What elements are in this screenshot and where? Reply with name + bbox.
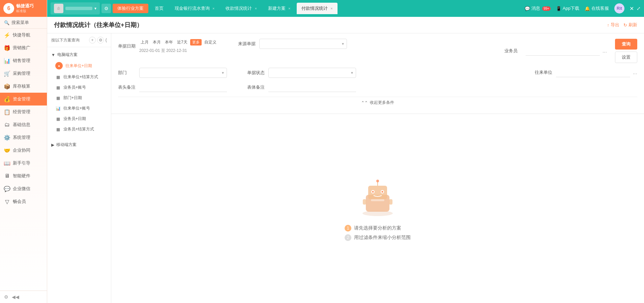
date-option-thisyear[interactable]: 本年 xyxy=(164,39,174,46)
refresh-button[interactable]: ↻ 刷新 xyxy=(623,22,637,28)
chevron-up-icon: ⌃⌃ xyxy=(361,100,368,105)
empty-tip-1: 1 请先选择要分析的方案 xyxy=(345,225,411,232)
status-select[interactable]: ▾ xyxy=(268,68,356,78)
tab-newschema-close[interactable]: × xyxy=(288,6,290,10)
svg-point-5 xyxy=(372,191,374,192)
wechat-icon: 💬 xyxy=(4,186,10,192)
dept-select[interactable]: ▾ xyxy=(139,68,227,78)
tab-home[interactable]: 首页 xyxy=(150,3,168,14)
empty-state: 1 请先选择要分析的方案 2 用过滤条件来缩小分析范围 xyxy=(111,114,644,303)
schema-item-staff-date[interactable]: ▦ 业务员+日期 xyxy=(47,114,111,124)
sidebar-item-guide[interactable]: 📖 新手引导 xyxy=(0,157,47,170)
schema-item-label: 往来单位+结算方式 xyxy=(63,74,98,80)
purchase-icon: 🛒 xyxy=(4,70,10,77)
filter-row-3: 表头备注 表体备注 xyxy=(118,83,637,92)
filter-area: 单据日期 上月 本月 本年 近7天 更多 自定义 2022-01-01 至 20… xyxy=(111,33,644,114)
schema-item-unit-date[interactable]: ● 往来单位+日期 xyxy=(47,60,111,72)
schema-item-unit-account[interactable]: 📊 往来单位+账号 xyxy=(47,103,111,114)
topbar-actions: 💬 消息 99+ 📱 App下载 🔔 在线客服 Rit xyxy=(525,3,624,13)
settings-gear-button[interactable]: ⚙ xyxy=(101,4,111,13)
add-schema-button[interactable]: + xyxy=(89,37,96,43)
message-icon: 💬 xyxy=(525,6,530,11)
body-note-filter-item: 表体备注 xyxy=(247,83,356,92)
company-dropdown-icon[interactable]: ▾ xyxy=(94,6,96,11)
app-download-button[interactable]: 📱 App下载 xyxy=(556,5,579,11)
user-avatar[interactable]: Rit xyxy=(614,3,624,13)
tab-payment-close[interactable]: × xyxy=(330,6,332,10)
online-service-button[interactable]: 🔔 在线客服 xyxy=(585,5,609,11)
date-filter-item: 单据日期 上月 本月 本年 近7天 更多 自定义 2022-01-01 至 20… xyxy=(118,39,218,54)
date-option-more[interactable]: 更多 xyxy=(190,39,202,46)
sidebar-nav: ⚡ 快捷导航 🎁 营销推广 📊 销售管理 🛒 采购管理 📦 库存核算 💰 资金管… xyxy=(0,29,47,291)
sidebar-item-hardware[interactable]: 🖥 智能硬件 xyxy=(0,170,47,182)
desktop-section-title[interactable]: ▼ 电脑端方案 xyxy=(47,50,111,60)
date-option-7days[interactable]: 近7天 xyxy=(176,39,189,46)
tab-newschema[interactable]: 新建方案 × xyxy=(263,3,295,14)
tab-receivable-close[interactable]: × xyxy=(255,6,257,10)
desktop-section-label: 电脑端方案 xyxy=(57,52,78,58)
marketing-icon: 🎁 xyxy=(4,45,10,51)
sidebar-item-capital[interactable]: 💰 资金管理 xyxy=(0,93,47,105)
setting-button[interactable]: 设置 xyxy=(615,52,637,63)
grid-icon: ▦ xyxy=(55,95,61,101)
sidebar-item-sales[interactable]: 📊 销售管理 xyxy=(0,54,47,67)
gear-schema-button[interactable]: ⚙ xyxy=(97,37,104,43)
sidebar-item-operation[interactable]: 📋 经营管理 xyxy=(0,105,47,118)
sidebar-item-quicknav[interactable]: ⚡ 快捷导航 xyxy=(0,29,47,41)
date-option-lastmonth[interactable]: 上月 xyxy=(139,39,150,46)
chart-icon: 📊 xyxy=(55,106,61,111)
unit-filter-dots[interactable]: ... xyxy=(633,69,637,75)
left-panel-title: 按以下方案查询 xyxy=(51,37,80,43)
schema-item-staff-account[interactable]: ▦ 业务员+账号 xyxy=(47,82,111,93)
date-filter-label: 单据日期 xyxy=(118,43,137,49)
date-option-custom[interactable]: 自定义 xyxy=(203,39,218,46)
inventory-icon: 📦 xyxy=(4,83,10,89)
schema-item-label: 往来单位+日期 xyxy=(65,63,92,69)
sidebar: 6 畅捷通巧 标准版 🔍 搜索菜单 ⚡ 快捷导航 🎁 营销推广 📊 销售管理 🛒… xyxy=(0,0,47,303)
sidebar-item-label: 畅会员 xyxy=(13,199,26,205)
collapse-sidebar-icon[interactable]: ◀◀ xyxy=(12,294,19,300)
sidebar-item-label: 资金管理 xyxy=(13,96,30,102)
message-button[interactable]: 💬 消息 99+ xyxy=(525,5,551,11)
tab-cashflow-label: 现金银行流水查询 xyxy=(175,5,210,11)
search-menu[interactable]: 🔍 搜索菜单 xyxy=(0,17,47,29)
sidebar-item-wechat[interactable]: 💬 企业微信 xyxy=(0,182,47,195)
mobile-section-label: 移动端方案 xyxy=(56,142,77,148)
schema-item-unit-settle[interactable]: ▦ 往来单位+结算方式 xyxy=(47,72,111,82)
sidebar-item-member[interactable]: ▽ 畅会员 xyxy=(0,195,47,208)
collapse-conditions-button[interactable]: ⌃⌃ 收起更多条件 xyxy=(118,97,637,108)
sidebar-item-inventory[interactable]: 📦 库存核算 xyxy=(0,80,47,93)
staff-filter-dots[interactable]: ... xyxy=(603,48,607,54)
sidebar-item-label: 快捷导航 xyxy=(13,32,30,38)
sidebar-item-system[interactable]: ⚙️ 系统管理 xyxy=(0,131,47,144)
mobile-section-title[interactable]: ▶ 移动端方案 xyxy=(47,140,111,150)
unit-filter-label: 往来单位 xyxy=(535,69,553,75)
sidebar-item-basic[interactable]: 🗂 基础信息 xyxy=(0,118,47,131)
tab-cashflow[interactable]: 现金银行流水查询 × xyxy=(170,3,219,14)
window-close-icon[interactable]: ✕ xyxy=(630,5,634,12)
staff-filter-item: 业务员 ... 查询 设置 xyxy=(504,39,637,63)
schema-item-staff-settle[interactable]: ▦ 业务员+结算方式 xyxy=(47,124,111,134)
window-maximize-icon[interactable]: ⤢ xyxy=(637,6,641,11)
tab-payment[interactable]: 付款情况统计 × xyxy=(297,3,337,14)
tab-cashflow-close[interactable]: × xyxy=(212,6,214,10)
filter-row-1: 单据日期 上月 本月 本年 近7天 更多 自定义 2022-01-01 至 20… xyxy=(118,39,637,63)
sidebar-item-purchase[interactable]: 🛒 采购管理 xyxy=(0,67,47,80)
settings-icon[interactable]: ⚙ xyxy=(4,294,8,300)
tab-receivable-label: 收款情况统计 xyxy=(226,5,252,11)
schema-item-dept-date[interactable]: ▦ 部门+日期 xyxy=(47,93,111,103)
export-button[interactable]: ↑ 导出 xyxy=(607,22,620,28)
collapse-panel-icon[interactable]: ⟨ xyxy=(105,37,107,43)
dept-filter-label: 部门 xyxy=(118,70,137,76)
source-select[interactable]: ▾ xyxy=(259,39,347,49)
trial-button[interactable]: 体验行业方案 xyxy=(113,4,148,13)
sidebar-item-marketing[interactable]: 🎁 营销推广 xyxy=(0,41,47,54)
tab-receivable[interactable]: 收款情况统计 × xyxy=(221,3,261,14)
left-panel: 按以下方案查询 + ⚙ ⟨ ▼ 电脑端方案 ● 往来单位+日期 xyxy=(47,33,111,303)
page-header: 付款情况统计（往来单位+日期） ↑ 导出 ↻ 刷新 xyxy=(47,17,644,33)
query-button[interactable]: 查询 xyxy=(615,39,637,50)
search-menu-label: 搜索菜单 xyxy=(11,20,29,26)
date-option-thismonth[interactable]: 本月 xyxy=(151,39,162,46)
source-filter-label: 来源单据 xyxy=(238,41,257,47)
sidebar-item-enterprise[interactable]: 🤝 企业协同 xyxy=(0,144,47,157)
